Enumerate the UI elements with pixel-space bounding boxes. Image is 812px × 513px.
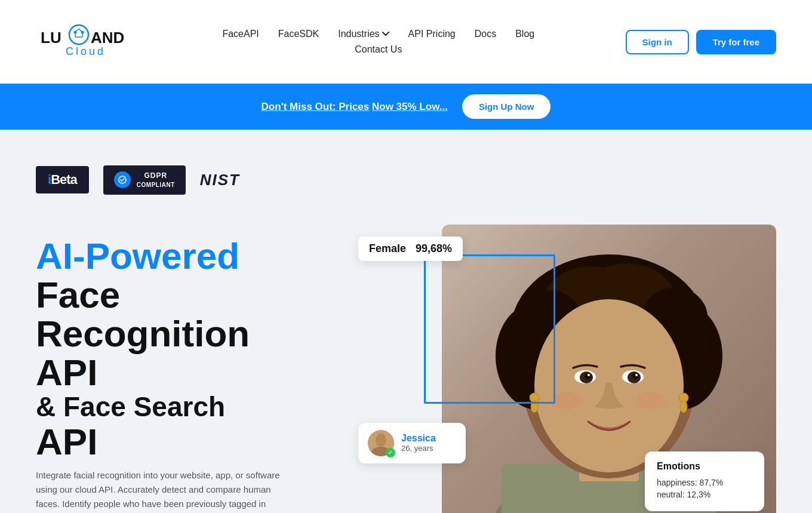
svg-point-36 xyxy=(552,392,582,410)
nav-contact-us[interactable]: Contact Us xyxy=(355,44,402,55)
svg-point-39 xyxy=(376,434,386,447)
nav-docs[interactable]: Docs xyxy=(475,29,496,39)
trust-badges: iBeta GDPR COMPLIANT NIST xyxy=(36,165,776,195)
emotions-title: Emotions xyxy=(657,461,752,472)
chevron-down-icon xyxy=(382,32,389,36)
main-nav: FaceAPI FaceSDK Industries API Pricing D… xyxy=(222,29,534,55)
svg-point-37 xyxy=(636,392,666,410)
header: LU AND Cloud FaceAPI FaceSDK Industries xyxy=(0,0,812,84)
nav-blog[interactable]: Blog xyxy=(515,29,534,39)
signup-now-button[interactable]: Sign Up Now xyxy=(462,94,551,119)
svg-point-29 xyxy=(632,373,638,379)
hero-title-face: Face xyxy=(36,275,346,314)
svg-point-35 xyxy=(680,401,687,413)
emotion-neutral: neutral: 12,3% xyxy=(657,490,752,499)
main-content: iBeta GDPR COMPLIANT NIST AI-Powered Fac… xyxy=(0,130,812,513)
person-name: Jessica xyxy=(401,433,436,444)
hero-title-face-search: & Face Search xyxy=(36,392,346,422)
hero-title-ai-powered: AI-Powered xyxy=(36,236,346,275)
banner-text: Don't Miss Out: Prices Now 35% Low... xyxy=(262,101,448,113)
person-identity-card: ✓ Jessica 26, years xyxy=(358,423,466,463)
header-actions: Sign in Try for free xyxy=(626,30,776,54)
svg-line-5 xyxy=(79,29,82,32)
person-age: 26, years xyxy=(401,444,436,453)
hero-title-recognition: Recognition xyxy=(36,314,346,353)
svg-point-30 xyxy=(588,374,590,376)
signin-button[interactable]: Sign in xyxy=(626,30,689,54)
face-detection-box xyxy=(424,254,555,404)
hero-title-api: API xyxy=(36,353,346,392)
hero-right: Female 99,68% ✓ xyxy=(346,225,776,513)
hero-section: AI-Powered Face Recognition API & Face S… xyxy=(36,225,776,513)
svg-text:LU: LU xyxy=(41,29,61,47)
promo-banner: Don't Miss Out: Prices Now 35% Low... Si… xyxy=(0,84,812,130)
gdpr-icon xyxy=(114,171,131,188)
emotions-card: Emotions happiness: 87,7% neutral: 12,3% xyxy=(645,451,764,511)
try-free-button[interactable]: Try for free xyxy=(696,30,776,54)
hero-title-api2: API xyxy=(36,422,346,461)
svg-point-31 xyxy=(635,374,638,376)
svg-point-28 xyxy=(585,373,590,379)
hero-description: Integrate facial recognition into your w… xyxy=(36,468,287,513)
svg-text:AND: AND xyxy=(91,29,124,47)
nav-faceapi[interactable]: FaceAPI xyxy=(222,29,259,39)
verified-check-icon: ✓ xyxy=(386,448,395,457)
ibeta-badge: iBeta xyxy=(36,166,89,193)
svg-point-1 xyxy=(69,25,88,44)
svg-line-4 xyxy=(75,29,79,32)
nav-facesdk[interactable]: FaceSDK xyxy=(278,29,319,39)
emotion-happiness: happiness: 87,7% xyxy=(657,478,752,487)
hero-left: AI-Powered Face Recognition API & Face S… xyxy=(36,225,346,513)
nist-badge: NIST xyxy=(200,171,240,189)
gdpr-badge: GDPR COMPLIANT xyxy=(103,165,186,195)
svg-text:Cloud: Cloud xyxy=(66,45,106,57)
face-recognition-demo: Female 99,68% ✓ xyxy=(346,225,776,513)
logo[interactable]: LU AND Cloud xyxy=(36,18,131,66)
nav-api-pricing[interactable]: API Pricing xyxy=(408,29,456,39)
gender-confidence-label: Female 99,68% xyxy=(358,236,463,261)
nav-industries[interactable]: Industries xyxy=(338,29,389,39)
